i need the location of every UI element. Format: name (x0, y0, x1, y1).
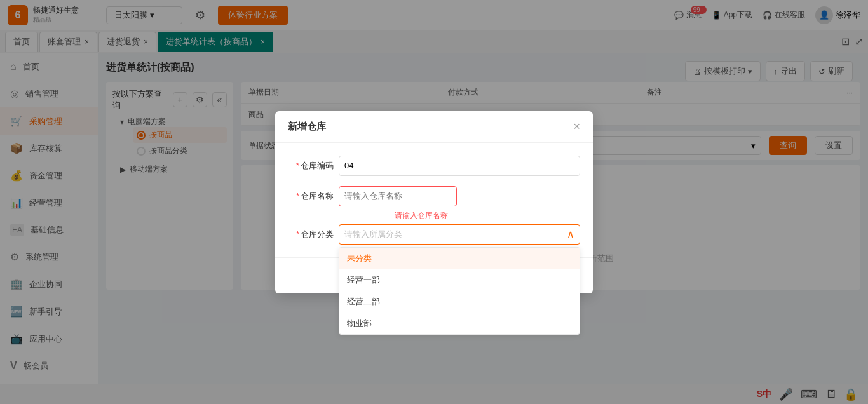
modal-overlay: 新增仓库 × 仓库编码 仓库名称 请输入仓库名称 仓库分类 (0, 0, 868, 404)
add-warehouse-modal: 新增仓库 × 仓库编码 仓库名称 请输入仓库名称 仓库分类 (275, 111, 593, 293)
dropdown-item-uncategorized[interactable]: 未分类 (339, 248, 580, 269)
category-dropdown-trigger[interactable]: 请输入所属分类 ∧ (339, 224, 580, 245)
modal-header: 新增仓库 × (275, 111, 593, 143)
form-row-category: 仓库分类 请输入所属分类 ∧ 未分类 经营一部 经营二部 物业部 (288, 224, 580, 245)
dropdown-item-dept2[interactable]: 经营二部 (339, 291, 580, 313)
form-row-name: 仓库名称 请输入仓库名称 (288, 186, 580, 206)
modal-close-button[interactable]: × (573, 120, 580, 133)
category-dropdown-wrap: 请输入所属分类 ∧ 未分类 经营一部 经营二部 物业部 (339, 224, 580, 245)
modal-body: 仓库编码 仓库名称 请输入仓库名称 仓库分类 请输入所属分类 ∧ (275, 143, 593, 257)
name-label: 仓库名称 (288, 186, 339, 202)
code-label: 仓库编码 (288, 156, 339, 172)
name-error-tip: 请输入仓库名称 (395, 210, 448, 221)
category-dropdown-list: 未分类 经营一部 经营二部 物业部 (339, 247, 580, 335)
form-row-code: 仓库编码 (288, 156, 580, 176)
dropdown-item-dept1[interactable]: 经营一部 (339, 269, 580, 291)
dropdown-item-property[interactable]: 物业部 (339, 313, 580, 334)
modal-title: 新增仓库 (288, 121, 326, 133)
dropdown-arrow-icon: ∧ (567, 228, 574, 240)
code-input[interactable] (339, 156, 580, 176)
name-input-wrap: 请输入仓库名称 (339, 186, 580, 206)
category-label: 仓库分类 (288, 224, 339, 240)
name-input[interactable] (339, 186, 457, 206)
category-placeholder: 请输入所属分类 (344, 229, 402, 240)
